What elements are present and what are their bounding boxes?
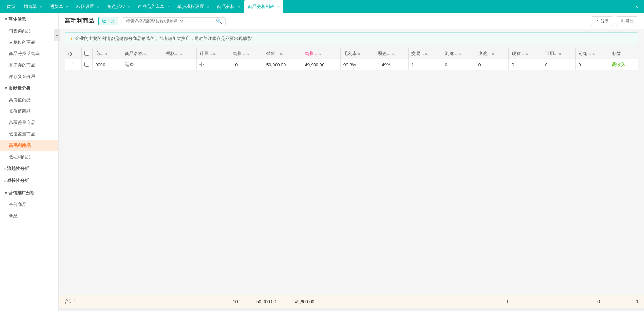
sidebar-item-high-value[interactable]: 高价值商品 [0,94,58,106]
col-available[interactable]: 可用...⇅ [542,48,575,59]
cell-browse2: 0 [475,59,508,70]
filter-recent-month-button[interactable]: 近一月 [98,17,118,25]
close-icon[interactable]: × [167,5,169,9]
sort-icon[interactable]: ⇅ [425,52,428,56]
sidebar-item-high-margin[interactable]: 高毛利商品 [0,140,58,151]
cell-sales-qty: 10 [230,59,263,70]
sidebar-section-contribution[interactable]: ∨ 贡献量分析 [0,82,58,94]
sidebar-item-sales-goods[interactable]: 销售类商品 [0,25,58,37]
close-icon[interactable]: × [238,5,240,9]
col-checkbox [81,48,92,59]
nav-template[interactable]: 单据模板设置 × [174,0,213,13]
nav-product-storage[interactable]: 产成品入库单 × [134,0,173,13]
select-all-checkbox[interactable] [84,51,89,56]
sidebar-section-marketing[interactable]: ∨ 营销推广分析 [0,187,58,199]
sidebar-section-trend[interactable]: › 流趋性分析 [0,163,58,175]
col-sales-profit[interactable]: 销售...⇅ [302,48,340,59]
chevron-right-icon: › [4,179,6,183]
top-navigation: 首页 销售单 × 进货单 × 权限设置 × 角色授权 × 产成品入库单 × 单据… [0,0,644,13]
nav-home[interactable]: 首页 [3,0,19,13]
col-gross-margin[interactable]: 毛利率⇅ [340,48,375,59]
col-gear[interactable]: ⚙ [65,48,82,59]
sidebar-item-all-goods[interactable]: 全部商品 [0,199,58,210]
sidebar-collapse-button[interactable]: « [54,29,60,41]
nav-purchase[interactable]: 进货单 × [46,0,72,13]
nav-sales[interactable]: 销售单 × [20,0,46,13]
export-button[interactable]: ⬇ 导出 [616,16,638,26]
sort-icon[interactable]: ⇅ [104,52,107,56]
col-coverage[interactable]: 覆盖...⇅ [375,48,408,59]
cell-unit: 个 [196,59,230,70]
sort-icon[interactable]: ⇅ [525,52,528,56]
sort-icon[interactable]: ⇅ [179,52,182,56]
cell-salable: 0 [575,59,609,70]
cell-sales-amt: 50,000.00 [263,59,302,70]
sidebar-item-in-stock[interactable]: 有库存的商品 [0,59,58,71]
close-icon[interactable]: × [128,5,130,9]
col-code[interactable]: 商...⇅ [92,48,122,59]
col-sales-amt[interactable]: 销售...⇅ [263,48,302,59]
search-icon[interactable]: 🔍 [216,18,222,24]
sidebar-item-low-value[interactable]: 低价值商品 [0,106,58,117]
nav-permission[interactable]: 权限设置 × [73,0,103,13]
sort-icon[interactable]: ⇅ [213,52,216,56]
close-icon[interactable]: × [40,5,42,9]
footer-label: 合计: [65,299,75,305]
footer-sales-qty: 10 [208,299,238,304]
data-table-wrapper[interactable]: ⚙ 商...⇅ 商品名称⇅ 规格...⇅ 计量...⇅ [65,48,638,295]
sort-icon[interactable]: ⇅ [280,52,283,56]
bottom-scrollbar[interactable] [59,308,644,311]
col-spec[interactable]: 规格...⇅ [163,48,196,59]
sidebar-item-stock-capital[interactable]: 库存资金占用 [0,71,58,82]
sort-icon[interactable]: ⇅ [391,52,394,56]
sidebar-item-traded-goods[interactable]: 交易过的商品 [0,37,58,48]
sort-icon[interactable]: ⇅ [318,52,321,56]
col-tag[interactable]: 标签 [609,48,638,59]
close-icon[interactable]: × [66,5,68,9]
close-icon[interactable]: × [97,5,99,9]
close-icon[interactable]: × [207,5,209,9]
col-current[interactable]: 现有...⇅ [508,48,542,59]
sort-icon[interactable]: ⇅ [357,52,360,56]
row-checkbox[interactable] [84,62,89,67]
cell-transaction: 1 [408,59,442,70]
col-unit[interactable]: 计量...⇅ [196,48,230,59]
content-header: 高毛利商品 近一月 🔍 ↗ 分享 ⬇ 导出 [59,13,644,29]
col-sales-qty[interactable]: 销售...⇅ [230,48,263,59]
nav-product-analysis[interactable]: 商品分析 × [213,0,244,13]
col-name[interactable]: 商品名称⇅ [122,48,163,59]
col-transaction[interactable]: 交易...⇅ [408,48,442,59]
cell-code: 0000... [92,59,122,70]
sort-icon[interactable]: ⇅ [492,52,494,56]
settings-icon[interactable]: ⚙ [68,51,73,57]
export-icon: ⬇ [620,19,624,24]
header-actions: ↗ 分享 ⬇ 导出 [591,16,638,26]
col-salable[interactable]: 可销...⇅ [575,48,609,59]
sort-icon[interactable]: ⇅ [246,52,249,56]
share-button[interactable]: ↗ 分享 [591,16,613,26]
sidebar-section-overall[interactable]: ∨ 整体信息 [0,13,58,25]
col-browse1[interactable]: 浏览...⇅ [442,48,475,59]
sort-icon[interactable]: ⇅ [558,52,561,56]
cell-browse1[interactable]: 0 [442,59,475,70]
close-icon[interactable]: × [277,5,280,9]
search-input[interactable] [126,19,216,24]
info-icon: ✦ [69,36,73,41]
sidebar-item-category-rate[interactable]: 商品分类助销率 [0,48,58,59]
nav-role[interactable]: 角色授权 × [104,0,134,13]
sort-icon[interactable]: ⇅ [592,52,595,56]
cell-tag: 高收入 [609,59,638,70]
cell-sales-profit: 49,900.00 [302,59,340,70]
window-close-button[interactable]: × [632,4,641,10]
sidebar-section-growth[interactable]: › 成长性分析 [0,175,58,187]
sort-icon[interactable]: ⇅ [458,52,461,56]
col-browse2[interactable]: 浏览...⇅ [475,48,508,59]
sort-icon[interactable]: ⇅ [143,52,146,56]
sidebar-item-low-coverage[interactable]: 低覆盖量商品 [0,129,58,140]
cell-gross-margin: 99.8% [340,59,375,70]
nav-product-analysis-list[interactable]: 商品分析列表 × [244,0,283,13]
sidebar-item-high-coverage[interactable]: 高覆盖量商品 [0,117,58,129]
sidebar-item-new-goods[interactable]: 新品 [0,210,58,222]
sidebar-item-low-margin[interactable]: 低毛利商品 [0,151,58,163]
chevron-down-icon: ∨ [4,191,7,195]
